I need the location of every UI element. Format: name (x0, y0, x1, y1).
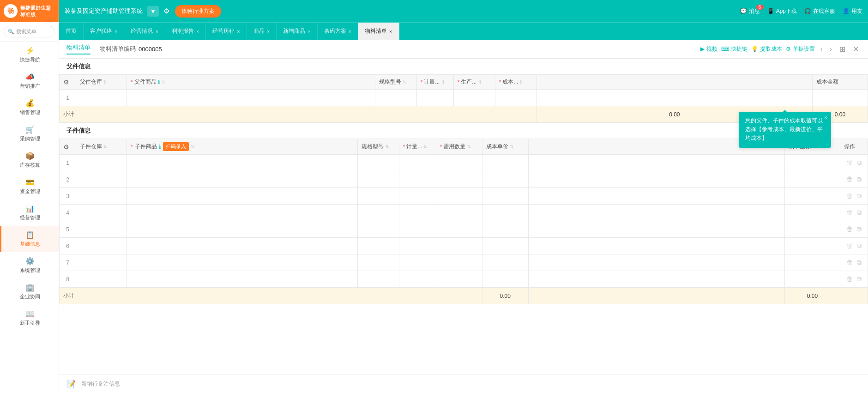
trial-button[interactable]: 体验行业方案 (175, 5, 221, 18)
sidebar-item-system[interactable]: ⚙️ 系统管理 (0, 252, 59, 278)
sidebar-item-enterprise[interactable]: 🏢 企业协同 (0, 278, 59, 305)
view-video-button[interactable]: ▶ 视频 (700, 45, 717, 53)
child-product-4[interactable] (127, 205, 358, 221)
child-unit-price-3[interactable] (482, 188, 528, 205)
nav-next-button[interactable]: › (828, 44, 834, 54)
tab-home[interactable]: 首页 (59, 23, 84, 40)
copy-icon-8[interactable]: ⧉ (856, 275, 863, 283)
close-tab-profit[interactable]: × (196, 29, 199, 34)
child-unit-price-8[interactable] (482, 271, 528, 288)
tab-journey[interactable]: 经营历程 × (206, 23, 247, 40)
child-product-1[interactable] (127, 155, 358, 171)
child-unit-price-6[interactable] (482, 238, 528, 254)
close-tab-customer[interactable]: × (115, 29, 117, 34)
gear-button[interactable]: ⚙ (162, 5, 171, 17)
close-tab-bom[interactable]: × (389, 29, 392, 34)
child-warehouse-5[interactable] (76, 221, 127, 238)
menu-grid-button[interactable]: ⊞ (838, 44, 847, 54)
child-qty-2[interactable] (436, 171, 482, 188)
parent-unit-1[interactable] (416, 90, 453, 106)
copy-icon-1[interactable]: ⧉ (856, 159, 863, 166)
delete-icon-6[interactable]: 🗑 (845, 242, 854, 249)
tab-new-product[interactable]: 新增商品 × (277, 23, 317, 40)
child-unit-1[interactable] (399, 155, 436, 171)
tooltip-close-button[interactable]: × (824, 115, 827, 121)
delete-icon-3[interactable]: 🗑 (845, 192, 854, 200)
child-spec-5[interactable] (357, 221, 399, 238)
child-unit-price-4[interactable] (482, 205, 528, 221)
sidebar-item-purchase[interactable]: 🛒 采购管理 (0, 121, 59, 147)
system-select-button[interactable]: ▼ (147, 6, 159, 17)
delete-icon-5[interactable]: 🗑 (845, 225, 854, 233)
child-spec-3[interactable] (357, 188, 399, 205)
parent-product-1[interactable] (127, 90, 375, 106)
copy-icon-5[interactable]: ⧉ (856, 225, 863, 233)
tab-profit[interactable]: 利润报告 × (165, 23, 206, 40)
child-unit-7[interactable] (399, 254, 436, 271)
copy-icon-4[interactable]: ⧉ (856, 209, 863, 216)
child-spec-6[interactable] (357, 238, 399, 254)
delete-icon-2[interactable]: 🗑 (845, 175, 854, 183)
child-qty-7[interactable] (436, 254, 482, 271)
copy-icon-3[interactable]: ⧉ (856, 192, 863, 200)
child-unit-price-2[interactable] (482, 171, 528, 188)
sidebar-item-quick-nav[interactable]: ⚡ 快捷导航 (0, 42, 59, 68)
parent-warehouse-1[interactable] (76, 90, 127, 106)
child-product-7[interactable] (127, 254, 358, 271)
app-download-action[interactable]: 📱 App下载 (767, 7, 797, 15)
child-spec-7[interactable] (357, 254, 399, 271)
parent-settings-icon[interactable]: ⚙ (63, 79, 69, 86)
child-unit-6[interactable] (399, 238, 436, 254)
sidebar-item-operation[interactable]: 📊 经营管理 (0, 200, 59, 226)
close-tab-product[interactable]: × (267, 29, 270, 34)
sidebar-item-guide[interactable]: 📖 新手引导 (0, 305, 59, 331)
child-warehouse-7[interactable] (76, 254, 127, 271)
child-qty-6[interactable] (436, 238, 482, 254)
child-unit-4[interactable] (399, 205, 436, 221)
search-menu-button[interactable]: 🔍 搜索菜单 (4, 26, 55, 37)
tab-customer[interactable]: 客户联络 × (84, 23, 124, 40)
tab-bom[interactable]: 物料清单 × (358, 23, 399, 40)
online-service-action[interactable]: 🎧 在线客服 (804, 7, 835, 15)
child-product-2[interactable] (127, 171, 358, 188)
child-warehouse-4[interactable] (76, 205, 127, 221)
child-product-5[interactable] (127, 221, 358, 238)
child-unit-price-1[interactable] (482, 155, 528, 171)
copy-icon-2[interactable]: ⧉ (856, 175, 863, 183)
child-unit-3[interactable] (399, 188, 436, 205)
child-product-3[interactable] (127, 188, 358, 205)
tab-product[interactable]: 商品 × (247, 23, 277, 40)
parent-production-1[interactable] (453, 90, 495, 106)
child-qty-1[interactable] (436, 155, 482, 171)
child-unit-8[interactable] (399, 271, 436, 288)
delete-icon-7[interactable]: 🗑 (845, 259, 854, 266)
child-spec-4[interactable] (357, 205, 399, 221)
sidebar-item-marketing[interactable]: 📣 营销推广 (0, 68, 59, 94)
child-warehouse-6[interactable] (76, 238, 127, 254)
child-spec-2[interactable] (357, 171, 399, 188)
page-tab-bom[interactable]: 物料清单 (66, 43, 90, 54)
close-tab-journey[interactable]: × (237, 29, 240, 34)
child-unit-2[interactable] (399, 171, 436, 188)
child-qty-4[interactable] (436, 205, 482, 221)
child-warehouse-1[interactable] (76, 155, 127, 171)
child-qty-3[interactable] (436, 188, 482, 205)
child-product-8[interactable] (127, 271, 358, 288)
tab-barcode[interactable]: 条码方案 × (318, 23, 358, 40)
child-qty-5[interactable] (436, 221, 482, 238)
close-tab-business[interactable]: × (155, 29, 158, 34)
user-action[interactable]: 👤 用友 (843, 7, 862, 15)
close-tab-new-product[interactable]: × (307, 29, 310, 34)
child-qty-8[interactable] (436, 271, 482, 288)
tab-business[interactable]: 经营情况 × (124, 23, 165, 40)
message-action[interactable]: 💬 消息 6 (740, 7, 760, 15)
sidebar-item-sales[interactable]: 💰 销售管理 (0, 94, 59, 121)
child-settings-icon[interactable]: ⚙ (63, 143, 69, 151)
copy-icon-6[interactable]: ⧉ (856, 242, 863, 249)
close-tab-barcode[interactable]: × (349, 29, 351, 34)
sidebar-item-inventory[interactable]: 📦 库存核算 (0, 147, 59, 173)
single-settings-button[interactable]: ⚙ 单据设置 (786, 45, 815, 53)
child-unit-price-7[interactable] (482, 254, 528, 271)
parent-spec-1[interactable] (375, 90, 416, 106)
child-spec-1[interactable] (357, 155, 399, 171)
